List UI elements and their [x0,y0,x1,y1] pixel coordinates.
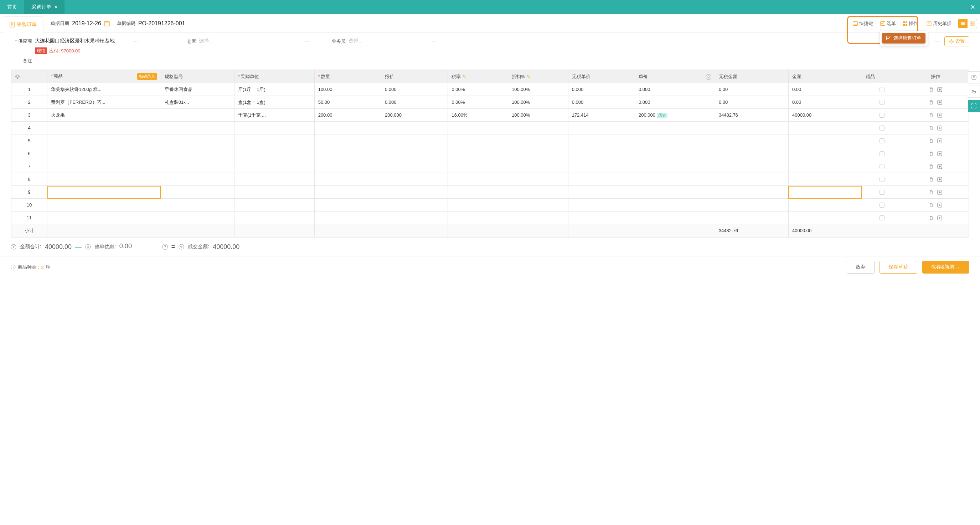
cell-discount[interactable] [508,186,568,199]
cell-discount[interactable] [508,147,568,160]
cell-price-excl[interactable]: 172.414 [568,109,635,121]
add-row-icon[interactable] [937,164,942,169]
cell-gift[interactable] [862,212,902,224]
cell-product[interactable] [48,199,161,212]
cell-tax[interactable] [448,147,508,160]
cell-gift[interactable] [862,186,902,199]
clerk-input[interactable]: 选择... [348,37,427,46]
cell-product[interactable]: 火龙果 [48,109,161,121]
warehouse-more-icon[interactable]: ··· [304,38,310,44]
cell-spec[interactable] [161,199,234,212]
col-gift[interactable]: 赠品 [862,70,902,83]
cell-unit[interactable] [234,173,314,186]
cell-product[interactable]: 费列罗（FERRERO）巧... [48,96,161,109]
cell-price[interactable] [635,147,715,160]
cell-price-excl[interactable] [568,186,635,199]
cell-qty[interactable] [314,160,381,173]
col-amount-excl[interactable]: 无税金额 [715,70,788,83]
cell-quote[interactable] [381,212,448,224]
cell-amount-excl[interactable] [715,173,788,186]
cell-tax[interactable]: 0.00% [448,83,508,96]
col-spec[interactable]: 规格型号 [161,70,234,83]
cell-qty[interactable]: 200.00 [314,109,381,121]
col-amount[interactable]: 金额 [788,70,862,83]
cell-product[interactable] [48,212,161,224]
edit-icon[interactable]: ✎ [462,74,466,79]
cell-qty[interactable]: 100.00 [314,83,381,96]
cell-quote[interactable] [381,173,448,186]
cell-quote[interactable]: 0.000 [381,83,448,96]
cell-tax[interactable] [448,121,508,134]
close-icon[interactable]: × [54,4,57,10]
cell-product[interactable] [48,121,161,134]
col-product[interactable]: 商品扫码录入 [48,70,161,83]
cell-amount-excl[interactable] [715,160,788,173]
add-row-icon[interactable] [937,151,942,156]
edit-icon[interactable]: ✎ [527,74,530,79]
cell-spec[interactable] [161,121,234,134]
warehouse-input[interactable]: 选择... [199,37,299,46]
cell-tax[interactable]: 16.00% [448,109,508,121]
col-unit[interactable]: 采购单位 [234,70,314,83]
cell-price-excl[interactable]: 0.000 [568,83,635,96]
cell-discount[interactable] [508,160,568,173]
cell-qty[interactable]: 50.00 [314,96,381,109]
add-row-icon[interactable] [937,215,942,220]
page-tab-purchase-order[interactable]: 采购订单 [3,16,43,33]
cell-product[interactable]: 华美华夫软饼1200g 糕... [48,83,161,96]
rail-link-icon[interactable] [968,86,980,98]
cell-amount[interactable]: 0.00 [788,83,862,96]
cell-quote[interactable] [381,199,448,212]
cell-price-excl[interactable]: 0.000 [568,96,635,109]
delete-row-icon[interactable] [929,138,934,144]
cell-price-excl[interactable] [568,147,635,160]
cell-price-excl[interactable] [568,134,635,147]
cell-amount-excl[interactable] [715,147,788,160]
cell-price-excl[interactable] [568,173,635,186]
cell-price[interactable] [635,199,715,212]
cell-unit[interactable] [234,134,314,147]
tab-purchase-order[interactable]: 采购订单× [24,0,65,14]
cell-unit[interactable] [234,212,314,224]
supplier-more-icon[interactable]: ··· [132,38,139,44]
cell-price[interactable]: 0.000 [635,83,715,96]
cell-price-excl[interactable] [568,212,635,224]
pick-order-button[interactable]: 选单 [877,19,899,29]
add-row-icon[interactable] [937,177,942,182]
cell-amount-excl[interactable] [715,121,788,134]
abandon-button[interactable]: 放弃 [847,261,875,274]
col-qty[interactable]: 数量 [314,70,381,83]
cell-unit[interactable] [234,121,314,134]
cell-price[interactable] [635,134,715,147]
cell-price[interactable] [635,212,715,224]
cell-product[interactable] [48,186,161,199]
help-icon[interactable]: ? [706,74,711,80]
cell-amount-excl[interactable] [715,186,788,199]
cell-quote[interactable] [381,147,448,160]
add-row-icon[interactable] [937,100,942,105]
cell-amount[interactable] [788,212,862,224]
cell-spec[interactable] [161,186,234,199]
tab-home[interactable]: 首页 [0,0,24,14]
cell-amount[interactable]: 40000.00 [788,109,862,121]
cell-amount[interactable] [788,121,862,134]
settings-button[interactable]: 设置 [944,37,969,46]
cell-gift[interactable] [862,199,902,212]
scan-input-button[interactable]: 扫码录入 [137,73,157,80]
rail-notes-icon[interactable] [968,71,980,83]
cell-spec[interactable] [161,147,234,160]
gear-column-header[interactable] [11,70,48,83]
add-row-icon[interactable] [937,190,942,195]
cell-price-excl[interactable] [568,160,635,173]
cell-discount[interactable] [508,121,568,134]
cell-unit[interactable] [234,199,314,212]
cell-discount[interactable]: 100.00% [508,83,568,96]
cell-price[interactable] [635,173,715,186]
cell-product[interactable] [48,160,161,173]
cell-spec[interactable] [161,160,234,173]
select-sales-order-button[interactable]: 选择销售订单 [882,33,926,43]
cell-unit[interactable]: 斤(1斤 = 1斤) [234,83,314,96]
cell-gift[interactable] [862,134,902,147]
col-price-excl[interactable]: 无税单价 [568,70,635,83]
cell-amount-excl[interactable]: 0.00 [715,96,788,109]
